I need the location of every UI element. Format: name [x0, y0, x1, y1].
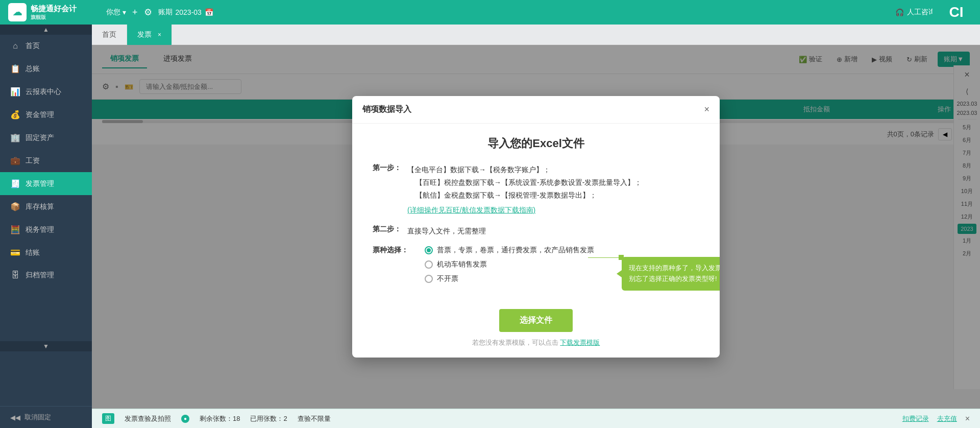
download-prefix: 若您没有发票模版，可以点击 [472, 339, 558, 346]
fund-icon: 💰 [10, 110, 20, 120]
sidebar-cancel-pin[interactable]: ◀◀ 取消固定 [0, 406, 92, 428]
radio-option-noinvoice[interactable]: 不开票 [425, 274, 594, 283]
pin-icon: ◀◀ [10, 414, 20, 421]
sidebar-label-settlement: 结账 [26, 248, 40, 257]
cancel-pin-label: 取消固定 [24, 413, 51, 422]
radio-normal-label: 普票，专票，卷票，通行费发票，农产品销售发票 [437, 246, 594, 255]
sidebar-label-inventory: 库存核算 [26, 202, 54, 211]
tab-home[interactable]: 首页 [92, 25, 127, 45]
radio-noinvoice-label: 不开票 [437, 274, 458, 283]
sidebar-item-inventory[interactable]: 📦 库存核算 [0, 195, 92, 218]
import-modal: 销项数据导入 × 导入您的Excel文件 第一步： 【全电平台】数据下载→【税务… [352, 96, 720, 358]
company-selector[interactable]: 你您 ▾ [106, 8, 126, 17]
chevron-down-icon: ▾ [122, 8, 126, 16]
calendar-icon: 📅 [205, 8, 213, 16]
consulting-btn[interactable]: 🎧 人工咨询 [895, 8, 936, 17]
modal-header: 销项数据导入 × [352, 96, 720, 124]
sidebar-scroll-down[interactable]: ▼ [0, 341, 92, 351]
content-area: 首页 发票 × 销项发票 进项发票 ✅ 验证 [92, 25, 980, 428]
period-value: 2023-03 [176, 8, 202, 16]
inventory-icon: 📦 [10, 202, 20, 211]
remaining-count: 剩余张数：18 [200, 414, 240, 423]
tooltip-text: 现在支持的票种多了，导入发票时别忘了选择正确的发票类型呀! [629, 264, 720, 282]
sidebar-label-ledger: 总账 [26, 64, 40, 74]
download-template-text: 若您没有发票模版，可以点击 下载发票模版 [472, 338, 600, 347]
period-display: 账期 2023-03 📅 [158, 8, 213, 17]
modal-title: 销项数据导入 [362, 104, 411, 115]
bottom-label1: 发票查验及拍照 [125, 414, 171, 423]
used-count: 已用张数：2 [250, 414, 287, 423]
ledger-icon: 📋 [10, 64, 20, 74]
sidebar-item-invoice[interactable]: 🧾 发票管理 [0, 172, 92, 195]
step1-label: 第一步： [373, 163, 401, 217]
modal-close-btn[interactable]: × [704, 104, 709, 115]
report-icon: 📊 [10, 87, 20, 97]
radio-option-vehicle[interactable]: 机动车销售发票 [425, 260, 594, 269]
modal-main-title: 导入您的Excel文件 [373, 136, 699, 151]
tooltip-arrow [617, 270, 622, 277]
sidebar-label-asset: 固定资产 [26, 133, 54, 142]
radio-noinvoice-btn[interactable] [425, 275, 433, 283]
home-icon: ⌂ [10, 41, 20, 51]
invoice-page-content: 销项发票 进项发票 ✅ 验证 ⊕ 新增 ▶ 视频 [92, 45, 980, 409]
top-header: ☁ 畅捷通好会计 旗舰版 你您 ▾ + ⚙ 账期 2023-03 📅 🎧 人工咨… [0, 0, 980, 25]
sidebar-item-fund[interactable]: 💰 资金管理 [0, 103, 92, 126]
step1-row: 第一步： 【全电平台】数据下载→【税务数字账户】； 【百旺】税控盘数据下载→【系… [373, 163, 699, 217]
radio-normal-btn[interactable] [425, 246, 433, 254]
radio-vehicle-btn[interactable] [425, 260, 433, 269]
logo-icon: ☁ [8, 3, 27, 21]
recharge-link[interactable]: 去充值 [937, 414, 957, 423]
radio-options-container: 普票，专票，卷票，通行费发票，农产品销售发票 机动车销售发票 [414, 246, 594, 283]
tab-invoice[interactable]: 发票 × [127, 25, 172, 45]
step1-content: 【全电平台】数据下载→【税务数字账户】； 【百旺】税控盘数据下载→【系统设置-系… [407, 163, 642, 217]
bottom-bar: 图 发票查验及拍照 ● 剩余张数：18 已用张数：2 查验不限量 扣费记录 去充… [92, 409, 980, 428]
sidebar-item-asset[interactable]: 🏢 固定资产 [0, 126, 92, 149]
salary-icon: 💼 [10, 156, 20, 165]
sidebar-label-fund: 资金管理 [26, 110, 54, 120]
modal-overlay: 销项数据导入 × 导入您的Excel文件 第一步： 【全电平台】数据下载→【税务… [92, 45, 980, 409]
consulting-label: 人工咨询 [907, 8, 936, 17]
asset-icon: 🏢 [10, 133, 20, 142]
sidebar-item-tax[interactable]: 🧮 税务管理 [0, 218, 92, 241]
sidebar-item-report[interactable]: 📊 云报表中心 [0, 80, 92, 103]
settings-icon[interactable]: ⚙ [144, 7, 152, 18]
tab-invoice-close[interactable]: × [158, 31, 161, 38]
ci-badge: CI [933, 0, 980, 24]
fee-record-link[interactable]: 扣费记录 [902, 414, 929, 423]
sidebar-item-home[interactable]: ⌂ 首页 [0, 35, 92, 57]
step2-row: 第二步： 直接导入文件，无需整理 [373, 225, 699, 237]
modal-footer: 选择文件 若您没有发票模版，可以点击 下载发票模版 [352, 301, 720, 358]
sidebar-label-invoice: 发票管理 [26, 179, 54, 188]
sidebar-item-settlement[interactable]: 💳 结账 [0, 241, 92, 264]
tab-home-label: 首页 [102, 30, 116, 39]
tooltip-balloon: 现在支持的票种多了，导入发票时别忘了选择正确的发票类型呀! × [622, 257, 720, 291]
step2-section: 第二步： 直接导入文件，无需整理 [373, 225, 699, 237]
settlement-icon: 💳 [10, 248, 20, 257]
period-label: 账期 [158, 8, 173, 17]
modal-body: 导入您的Excel文件 第一步： 【全电平台】数据下载→【税务数字账户】； 【百… [352, 124, 720, 301]
add-button[interactable]: + [132, 7, 138, 18]
radio-option-normal[interactable]: 普票，专票，卷票，通行费发票，农产品销售发票 [425, 246, 594, 255]
logo-text: 畅捷通好会计 旗舰版 [31, 4, 77, 21]
step1-line2: 【百旺】税控盘数据下载→【系统设置-系统参数设置-发票批量导入】； [407, 176, 642, 189]
select-file-btn[interactable]: 选择文件 [499, 309, 573, 332]
sidebar-label-archive: 归档管理 [26, 271, 54, 280]
archive-icon: 🗄 [10, 271, 20, 280]
sidebar-item-salary[interactable]: 💼 工资 [0, 149, 92, 172]
sidebar-item-archive[interactable]: 🗄 归档管理 [0, 264, 92, 287]
company-name: 你您 [106, 8, 120, 17]
step2-label: 第二步： [373, 225, 401, 237]
step1-guide-link[interactable]: (详细操作见百旺/航信发票数据下载指南) [407, 206, 535, 214]
logo-main-text: 畅捷通好会计 [31, 4, 77, 14]
sidebar-item-ledger[interactable]: 📋 总账 [0, 57, 92, 80]
tooltip-container: 现在支持的票种多了，导入发票时别忘了选择正确的发票类型呀! × [588, 255, 720, 291]
ticket-label: 票种选择： [373, 246, 408, 255]
radio-vehicle-label: 机动车销售发票 [437, 260, 487, 269]
bottom-close-btn[interactable]: × [965, 414, 970, 423]
bottom-dot: ● [181, 415, 189, 423]
sidebar: ▲ ⌂ 首页 📋 总账 📊 云报表中心 💰 资金管理 🏢 固定资产 💼 工资 🧾… [0, 25, 92, 428]
step2-content: 直接导入文件，无需整理 [407, 225, 486, 237]
bottom-bar-right: 扣费记录 去充值 × [902, 414, 970, 423]
download-template-link[interactable]: 下载发票模版 [560, 339, 600, 346]
sidebar-scroll-up[interactable]: ▲ [0, 25, 92, 35]
